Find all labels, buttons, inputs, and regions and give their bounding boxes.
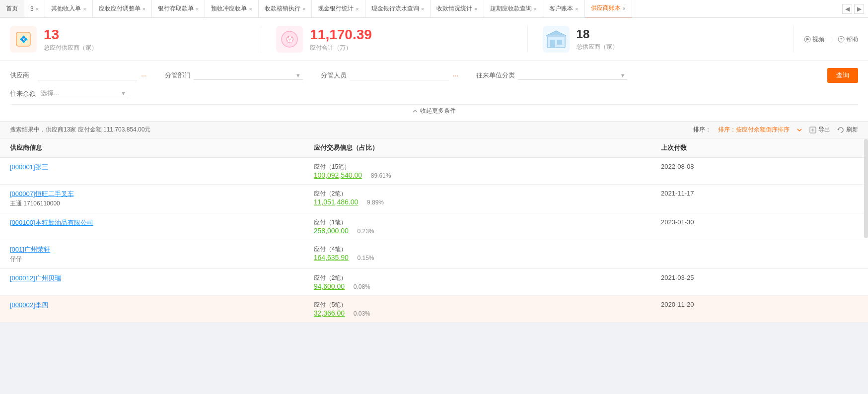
- nav-item-supplier-ledger[interactable]: 供应商账本 ×: [585, 0, 632, 18]
- last-pay-cell-2: 2023-01-30: [651, 213, 868, 240]
- close-icon-advance-recv[interactable]: ×: [249, 6, 252, 12]
- supplier-input[interactable]: [38, 70, 137, 80]
- stat-icon-total: 💮: [276, 26, 303, 53]
- table-body: [000001]张三 应付（15笔） 100,092,540.00 89.61%…: [0, 158, 868, 323]
- table-row: [000001]张三 应付（15笔） 100,092,540.00 89.61%…: [0, 158, 868, 185]
- help-link[interactable]: 帮助: [846, 35, 858, 44]
- tx-cell-3: 应付（4笔） 164,635.90 0.15%: [304, 240, 651, 269]
- nav-right-arrow[interactable]: ▶: [854, 4, 864, 14]
- tx-amount-4[interactable]: 94,600.00: [314, 282, 345, 290]
- dept-select[interactable]: ▼: [194, 71, 303, 80]
- scrollbar[interactable]: [864, 139, 868, 238]
- tx-label-0: 应付（15笔）: [314, 163, 641, 171]
- person-input[interactable]: [350, 70, 449, 80]
- last-pay-value-0: 2022-08-08: [661, 163, 694, 170]
- close-icon-collect-stat[interactable]: ×: [474, 6, 477, 12]
- close-icon-collect-exec[interactable]: ×: [302, 6, 305, 12]
- stat-info-total: 11,170.39 应付合计（万）: [310, 26, 372, 53]
- tx-percent-2: 0.23%: [358, 228, 374, 235]
- last-pay-cell-5: 2020-11-20: [651, 296, 868, 323]
- close-icon-customer-ledger[interactable]: ×: [575, 6, 578, 12]
- nav-item-customer-ledger[interactable]: 客户账本 ×: [543, 0, 584, 18]
- table-row: [000100]本特勤油品有限公司 应付（1笔） 258,000.00 0.23…: [0, 213, 868, 240]
- th-supplier-info: 供应商信息: [0, 138, 304, 158]
- tx-percent-3: 0.15%: [358, 255, 374, 262]
- nav-label-overdue-recv: 超期应收款查询: [490, 4, 532, 13]
- close-icon-adjust[interactable]: ×: [143, 6, 145, 12]
- payable-suppliers-number: 13: [44, 26, 97, 43]
- supplier-link-2[interactable]: [000100]本特勤油品有限公司: [10, 219, 93, 226]
- sort-dropdown-icon[interactable]: [796, 127, 802, 133]
- close-icon-cash-stat[interactable]: ×: [356, 6, 359, 12]
- close-icon-bank[interactable]: ×: [196, 6, 199, 12]
- nav-label-advance-recv: 预收冲应收单: [211, 4, 247, 13]
- tx-percent-0: 89.61%: [371, 172, 391, 179]
- help-icon: ? 帮助: [838, 35, 858, 44]
- nav-item-overdue-recv[interactable]: 超期应收款查询 ×: [484, 0, 543, 18]
- tx-amount-0[interactable]: 100,092,540.00: [314, 171, 362, 179]
- nav-item-tab3[interactable]: 3 ×: [24, 0, 45, 18]
- supplier-dots-icon[interactable]: ···: [141, 71, 147, 79]
- nav-item-other-income[interactable]: 其他收入单 ×: [45, 0, 92, 18]
- close-icon-other-income[interactable]: ×: [83, 6, 86, 12]
- top-nav: 首页 3 × 其他收入单 × 应收应付调整单 × 银行存取款单 × 预收冲应收单…: [0, 0, 868, 18]
- nav-left-arrow[interactable]: ◀: [842, 4, 852, 14]
- tx-amount-5[interactable]: 32,366.00: [314, 309, 345, 317]
- close-icon-cash-flow[interactable]: ×: [421, 6, 424, 12]
- payable-suppliers-label: 总应付供应商（家）: [44, 44, 97, 52]
- supplier-link-5[interactable]: [000002]李四: [10, 301, 48, 309]
- export-label: 导出: [818, 126, 830, 134]
- close-icon-overdue-recv[interactable]: ×: [534, 6, 537, 12]
- person-label: 分管人员: [321, 71, 347, 80]
- unit-category-select[interactable]: ▼: [518, 71, 627, 80]
- search-button[interactable]: 查询: [827, 68, 858, 83]
- supplier-cell-3: [001]广州荣轩仔仔: [0, 240, 304, 269]
- filter-supplier: 供应商 ···: [10, 70, 147, 80]
- nav-label-collect-exec: 收款核销执行: [265, 4, 300, 13]
- person-dots-icon[interactable]: ···: [453, 71, 459, 79]
- nav-item-cash-stat[interactable]: 现金银行统计 ×: [312, 0, 365, 18]
- supplier-cell-4: [000012]广州贝瑞: [0, 269, 304, 296]
- sort-value[interactable]: 排序：按应付余额倒序排序: [718, 126, 790, 134]
- svg-text:💮: 💮: [286, 35, 294, 44]
- nav-item-advance-recv[interactable]: 预收冲应收单 ×: [205, 0, 258, 18]
- tx-label-4: 应付（2笔）: [314, 274, 641, 282]
- table-row: [000007]恒旺二手叉车王通 17106110000 应付（2笔） 11,0…: [0, 185, 868, 213]
- nav-item-home[interactable]: 首页: [0, 0, 24, 18]
- chevron-up-icon: [412, 108, 418, 114]
- svg-rect-5: [550, 40, 555, 48]
- close-icon-supplier-ledger[interactable]: ×: [623, 5, 626, 11]
- filter-person: 分管人员 ···: [321, 70, 459, 80]
- nav-item-collect-stat[interactable]: 收款情况统计 ×: [431, 0, 484, 18]
- supplier-link-3[interactable]: [001]广州荣轩: [10, 246, 50, 253]
- video-link[interactable]: 视频: [812, 35, 824, 44]
- balance-select[interactable]: 选择... ▼: [39, 88, 128, 99]
- balance-dropdown-icon: ▼: [121, 90, 126, 96]
- supplier-link-4[interactable]: [000012]广州贝瑞: [10, 274, 61, 282]
- supplier-link-1[interactable]: [000007]恒旺二手叉车: [10, 190, 74, 197]
- nav-item-cash-flow[interactable]: 现金银行流水查询 ×: [365, 0, 431, 18]
- export-icon: [809, 127, 816, 133]
- tx-cell-0: 应付（15笔） 100,092,540.00 89.61%: [304, 158, 651, 185]
- nav-item-collect-exec[interactable]: 收款核销执行 ×: [259, 0, 312, 18]
- nav-label-cash-flow: 现金银行流水查询: [371, 4, 419, 13]
- stat-bar: 💠 13 总应付供应商（家） 💮 11,170.39 应付合计（万）: [0, 18, 868, 61]
- supplier-link-0[interactable]: [000001]张三: [10, 163, 48, 171]
- refresh-button[interactable]: 刷新: [837, 126, 858, 134]
- collapse-button[interactable]: 收起更多条件: [10, 104, 858, 117]
- nav-label-supplier-ledger: 供应商账本: [591, 4, 621, 12]
- tx-amount-2[interactable]: 258,000.00: [314, 227, 349, 235]
- close-icon-tab3[interactable]: ×: [36, 6, 39, 12]
- tx-amount-1[interactable]: 11,051,486.00: [314, 198, 359, 206]
- nav-item-adjust[interactable]: 应收应付调整单 ×: [93, 0, 152, 18]
- refresh-icon: [837, 127, 844, 133]
- tx-amount-3[interactable]: 164,635.90: [314, 254, 349, 262]
- filter-unit-category: 往来单位分类 ▼: [476, 71, 627, 80]
- last-pay-cell-4: 2021-03-25: [651, 269, 868, 296]
- table-header: 供应商信息 应付交易信息（占比） 上次付数: [0, 138, 868, 158]
- total-suppliers-number: 18: [577, 27, 618, 42]
- balance-label: 往来余额: [10, 89, 36, 98]
- export-button[interactable]: 导出: [809, 126, 830, 134]
- tx-label-5: 应付（5笔）: [314, 301, 641, 309]
- nav-item-bank[interactable]: 银行存取款单 ×: [152, 0, 205, 18]
